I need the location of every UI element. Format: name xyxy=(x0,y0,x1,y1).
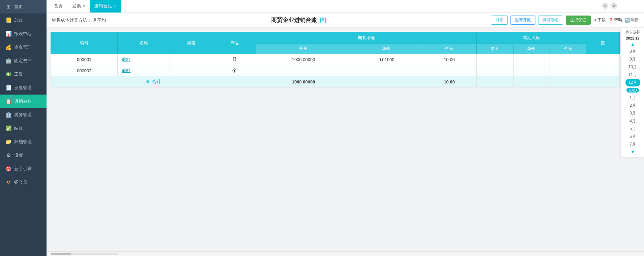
tab-inventory-close[interactable]: × xyxy=(114,4,116,8)
refresh-button[interactable]: 🔄 刷新 xyxy=(625,17,639,23)
sidebar-item-wages[interactable]: 💵 工资 xyxy=(0,68,47,81)
sidebar-item-invoice[interactable]: 🧾 发票管理 xyxy=(0,81,47,95)
month-1[interactable]: 1月 xyxy=(621,94,644,102)
tab-inventory[interactable]: 进销台账 × xyxy=(90,0,121,12)
table-container: 编号 名称 规格 单位 期初余额 本期入库 数 数量 单价 金额 数 xyxy=(47,28,644,251)
month-2[interactable]: 2月 xyxy=(621,102,644,109)
cost-method: 销售成本计算方法： 月平均 xyxy=(52,17,106,23)
col-opening-price: 单价 xyxy=(351,44,422,54)
cell-name: 前缸 xyxy=(118,54,170,65)
col-header-inbound: 本期入库 xyxy=(477,32,586,44)
info-icon[interactable]: 目 xyxy=(320,18,326,23)
reports-icon: 📊 xyxy=(5,31,11,37)
assets-icon: 🏢 xyxy=(5,58,11,64)
table-row: 000002 前缸 个 xyxy=(51,65,620,76)
sidebar-item-label: 总账 xyxy=(14,17,23,23)
content-area: 销售成本计算方法： 月平均 商贸企业进销台账 目 对账 重新开账 存货别名 生成… xyxy=(47,13,644,256)
refresh-icon: 🔄 xyxy=(625,18,630,23)
col-inbound-price: 单价 xyxy=(513,44,550,54)
sidebar-item-reports[interactable]: 📊 报表中心 xyxy=(0,27,47,41)
archive-icon: 📁 xyxy=(5,139,11,145)
sidebar-item-label: 结账 xyxy=(14,125,23,131)
sidebar-item-label: 归档管理 xyxy=(14,139,32,145)
total-inbound-qty xyxy=(477,76,513,87)
col-header-more: 数 xyxy=(586,32,620,54)
sidebar-item-label: 设置 xyxy=(14,152,23,158)
total-row: ⊕ 合计 1000.00000 10.00 xyxy=(51,76,620,87)
month-5[interactable]: 5月 xyxy=(621,125,644,133)
main-area: × ⤢ 首页 发票 × 进销台账 × 销售成本计算方法： 月平均 商贸企业进销台… xyxy=(47,0,644,256)
col-header-name: 名称 xyxy=(118,32,170,54)
sidebar-item-label: 新手引导 xyxy=(14,166,32,172)
generate-voucher-button[interactable]: 生成凭证 xyxy=(566,16,591,25)
download-icon: ⬇ xyxy=(593,18,597,23)
sidebar-item-settle[interactable]: ✅ 结账 xyxy=(0,122,47,135)
month-9[interactable]: 9月 xyxy=(621,55,644,63)
sidebar-item-archive[interactable]: 📁 归档管理 xyxy=(0,135,47,149)
sidebar-item-tax[interactable]: 🏦 税务管理 xyxy=(0,108,47,122)
sidebar-item-assets[interactable]: 🏢 固定资产 xyxy=(0,54,47,68)
sidebar-item-guide[interactable]: 🎯 新手引导 xyxy=(0,162,47,176)
help-icon: ❓ xyxy=(608,18,613,23)
month-10[interactable]: 10月 xyxy=(621,63,644,71)
col-opening-qty: 数量 xyxy=(256,44,351,54)
month-11[interactable]: 11月 xyxy=(621,71,644,79)
sidebar-item-vip[interactable]: V 畅会员 xyxy=(0,176,47,189)
close-window-button[interactable]: × xyxy=(602,3,608,9)
sidebar-item-ledger[interactable]: 📒 总账 xyxy=(0,14,47,27)
month-12[interactable]: 12月 xyxy=(625,79,640,86)
month-8[interactable]: 8月 xyxy=(621,48,644,55)
cell-name: 前缸 xyxy=(118,65,170,76)
tab-invoice[interactable]: 发票 × xyxy=(67,0,90,12)
total-opening-qty: 1000.00000 xyxy=(256,76,351,87)
table-row: 000001 前缸 只 1000.00000 0.01000 10.00 xyxy=(51,54,620,65)
cell-more xyxy=(586,65,620,76)
sidebar-item-label: 固定资产 xyxy=(14,58,32,64)
toolbar: 对账 重新开账 存货别名 生成凭证 ⬇ 下载 ❓ 帮助 🔄 刷新 xyxy=(491,16,639,25)
month-6[interactable]: 6月 xyxy=(621,133,644,140)
cell-inbound-amount xyxy=(550,65,586,76)
home-icon: ⊞ xyxy=(5,4,11,10)
month-panel: 月份选择 2022.12 ▲ 8月 9月 10月 11月 12月 2023 1月… xyxy=(621,28,644,157)
cell-inbound-qty xyxy=(477,65,513,76)
sidebar-item-funds[interactable]: 💰 资金管理 xyxy=(0,41,47,54)
month-4[interactable]: 4月 xyxy=(621,117,644,125)
cell-inbound-qty xyxy=(477,54,513,65)
month-3[interactable]: 3月 xyxy=(621,109,644,117)
month-7[interactable]: 7月 xyxy=(621,140,644,148)
help-button[interactable]: ❓ 帮助 xyxy=(608,17,622,23)
col-header-spec: 规格 xyxy=(170,32,213,54)
sidebar-item-home[interactable]: ⊞ 首页 xyxy=(0,0,47,14)
month-panel-title: 月份选择 xyxy=(625,30,640,35)
save-alias-button[interactable]: 存货别名 xyxy=(538,16,563,25)
tab-invoice-close[interactable]: × xyxy=(83,4,85,8)
reconcile-button[interactable]: 对账 xyxy=(491,16,508,25)
cell-code: 000002 xyxy=(51,65,118,76)
cell-unit: 个 xyxy=(213,65,256,76)
download-button[interactable]: ⬇ 下载 xyxy=(593,17,606,23)
settle-icon: ✅ xyxy=(5,125,11,131)
sidebar: ⊞ 首页 📒 总账 📊 报表中心 💰 资金管理 🏢 固定资产 💵 工资 🧾 发票… xyxy=(0,0,47,256)
total-inbound-price xyxy=(513,76,550,87)
cost-method-label: 销售成本计算方法： xyxy=(52,18,91,23)
inventory-table: 编号 名称 规格 单位 期初余额 本期入库 数 数量 单价 金额 数 xyxy=(51,32,620,87)
sidebar-item-label: 工资 xyxy=(14,71,23,77)
cost-method-value: 月平均 xyxy=(93,18,106,23)
scrollbar-area xyxy=(47,251,644,256)
cell-code: 000001 xyxy=(51,54,118,65)
total-more xyxy=(586,76,620,87)
sidebar-item-inventory[interactable]: 📋 进销台账 xyxy=(0,95,47,108)
tab-home[interactable]: 首页 xyxy=(49,0,67,12)
maximize-window-button[interactable]: ⤢ xyxy=(611,3,617,9)
tax-icon: 🏦 xyxy=(5,112,11,118)
scroll-down-button[interactable]: ▼ xyxy=(631,148,635,155)
cell-opening-price xyxy=(351,65,422,76)
total-label: 合计 xyxy=(152,79,161,84)
reopen-button[interactable]: 重新开账 xyxy=(510,16,535,25)
scroll-up-button[interactable]: ▲ xyxy=(631,41,635,48)
sidebar-item-label: 畅会员 xyxy=(14,179,27,185)
sidebar-item-settings[interactable]: ⚙ 设置 xyxy=(0,149,47,162)
horizontal-scrollbar[interactable] xyxy=(51,253,118,255)
cell-spec xyxy=(170,65,213,76)
sidebar-item-label: 报表中心 xyxy=(14,31,32,37)
